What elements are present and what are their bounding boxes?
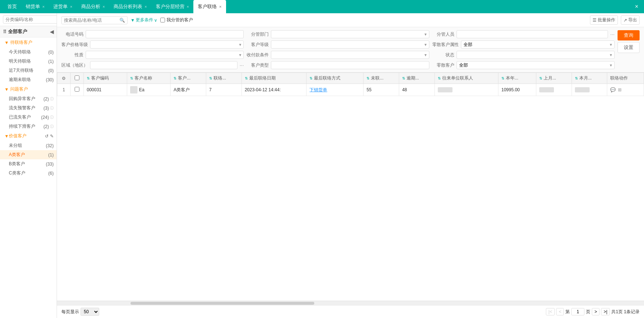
edit-icon[interactable]: ✎: [50, 134, 54, 139]
prev-page-btn[interactable]: <: [556, 308, 564, 315]
nav-sales-order[interactable]: 销货单 ×: [21, 0, 49, 13]
row-overdue: 48: [399, 84, 434, 96]
sidebar-item-churned[interactable]: 已流失客户 (24) ⓘ: [0, 113, 57, 122]
horizontal-scrollbar[interactable]: [57, 301, 644, 305]
sidebar-search-input[interactable]: [3, 15, 57, 24]
col-name: ⇅客户名称: [127, 73, 171, 84]
region-dots-icon[interactable]: ···: [240, 62, 244, 68]
nav-customer-stratified[interactable]: 客户分层经营 ×: [151, 0, 193, 13]
sidebar-group-pending[interactable]: ▼ 待联络客户: [0, 38, 57, 47]
main-search-input[interactable]: [64, 18, 119, 23]
phone-input[interactable]: [86, 30, 244, 38]
arrow-down-icon3: ▼: [4, 134, 9, 139]
scrollbar-thumb[interactable]: [130, 302, 314, 305]
row-last-month: [536, 84, 572, 96]
batch-icon: ☰: [593, 18, 597, 23]
last-method-link[interactable]: 下销货单: [310, 87, 327, 92]
nature-select[interactable]: [86, 51, 244, 59]
next-page-btn[interactable]: >: [592, 308, 600, 315]
sidebar-item-7days-pending[interactable]: 近7天待联络 (0): [0, 66, 57, 75]
nav-product-analysis[interactable]: 商品分析 ×: [77, 0, 109, 13]
nav-purchase-order-close[interactable]: ×: [70, 4, 72, 9]
sidebar-item-class-b[interactable]: B类客户 (33): [0, 159, 57, 169]
person-input[interactable]: [457, 30, 608, 38]
row-no-contact: 55: [364, 84, 399, 96]
settings-button[interactable]: 设置: [618, 42, 640, 53]
row-checkbox[interactable]: [71, 84, 84, 96]
collapse-icon[interactable]: ◀: [50, 29, 54, 35]
sidebar-item-class-a[interactable]: A类客户 (1): [0, 150, 57, 159]
sidebar-item-churn-warning[interactable]: 流失预警客户 (3) ⓘ: [0, 103, 57, 113]
nav-customer-stratified-close[interactable]: ×: [187, 4, 189, 9]
more-filters-btn[interactable]: ▼ 更多条件 ∨: [130, 17, 157, 23]
person-dots-icon[interactable]: ···: [610, 31, 615, 37]
query-button[interactable]: 查询: [618, 30, 640, 40]
sidebar-group-problem[interactable]: ▼ 问题客户: [0, 84, 57, 94]
arrow-down-icon2: ▼: [4, 87, 9, 92]
filter-nature: 性质 ▼: [61, 51, 244, 59]
nav-product-analysis-list-close[interactable]: ×: [144, 4, 147, 9]
row-last-method: 下销货单: [307, 84, 364, 96]
nav-purchase-order[interactable]: 进货单 ×: [49, 0, 76, 13]
row-code: 000031: [84, 84, 127, 96]
my-customers-check[interactable]: [160, 18, 165, 22]
sidebar-item-repurchase-abnormal[interactable]: 回购异常客户 (2) ⓘ: [0, 94, 57, 103]
dots-icon: ⠿: [3, 29, 7, 35]
nav-product-analysis-close[interactable]: ×: [103, 4, 105, 9]
col-level: ⇅客户...: [171, 73, 206, 84]
filter-bar: 🔍 ▼ 更多条件 ∨ 我分管的客户 ☰ 批量操作 ↗ 导出: [57, 13, 644, 27]
table-settings-col[interactable]: ⚙: [57, 73, 71, 84]
customer-level-select[interactable]: [271, 40, 429, 49]
window-close-button[interactable]: ×: [632, 2, 641, 11]
search-icon-main[interactable]: 🔍: [119, 18, 125, 23]
refresh-icon[interactable]: ↺: [45, 134, 49, 139]
nav-home[interactable]: 首页: [3, 0, 21, 13]
per-page-section: 每页显示 50 100 200: [61, 308, 99, 316]
row-select-checkbox[interactable]: [75, 87, 79, 92]
chevron-down-icon: ∨: [154, 18, 157, 23]
sidebar: 🔍 ⠿ 全部客户 ◀ ▼ 待联络客户 今天待联络 (0) 明天待联络 (1) 近…: [0, 13, 57, 318]
customer-table: ⚙ ⇅客户编码 ⇅客户名称 ⇅客户... ⇅联络... ⇅最后联络日期 ⇅最后联…: [57, 73, 644, 96]
search-input-wrap: 🔍: [61, 16, 128, 24]
nav-sales-order-close[interactable]: ×: [42, 4, 44, 9]
sidebar-search-area: 🔍: [0, 13, 57, 26]
filter-row-3: 性质 ▼ 收付款条件 ▼: [61, 51, 615, 59]
my-customers-checkbox[interactable]: 我分管的客户: [160, 17, 193, 23]
retail-customer-select[interactable]: 全部: [457, 61, 615, 69]
export-button[interactable]: ↗ 导出: [621, 15, 640, 25]
more-icon[interactable]: ⊞: [618, 87, 622, 92]
status-select[interactable]: [457, 51, 615, 59]
filter-status: 状态 ▼: [432, 51, 615, 59]
nav-product-analysis-list[interactable]: 商品分析列表 ×: [109, 0, 151, 13]
filter-customer-type: 客户类型: [247, 61, 429, 69]
region-input[interactable]: [90, 61, 237, 69]
batch-op-button[interactable]: ☰ 批量操作: [590, 15, 618, 25]
sidebar-item-overdue-contact[interactable]: 逾期未联络 (30): [0, 75, 57, 84]
row-this-month: [572, 84, 607, 96]
customer-type-input[interactable]: [271, 61, 429, 69]
payment-select[interactable]: [271, 51, 429, 59]
sidebar-all-customers[interactable]: ⠿ 全部客户 ◀: [0, 26, 57, 38]
sidebar-item-declining[interactable]: 持续下滑客户 (2) ⓘ: [0, 122, 57, 131]
select-all-checkbox[interactable]: [75, 75, 79, 80]
chat-icon[interactable]: 💬: [610, 87, 616, 92]
row-last-date: 2023-04-12 14:44:: [242, 84, 307, 96]
first-page-btn[interactable]: |<: [546, 308, 555, 315]
nav-customer-contact[interactable]: 客户联络 ×: [193, 0, 226, 13]
retail-attr-select[interactable]: 全部: [461, 40, 615, 49]
price-level-select[interactable]: [90, 40, 244, 49]
top-nav: 首页 销货单 × 进货单 × 商品分析 × 商品分析列表 × 客户分层经营 × …: [0, 0, 644, 13]
sidebar-item-class-c[interactable]: C类客户 (6): [0, 169, 57, 178]
info-icon2: ⓘ: [50, 106, 54, 111]
col-contact-count: ⇅联络...: [206, 73, 242, 84]
sidebar-group-value[interactable]: ▼ 价值客户 ↺ ✎: [0, 131, 57, 141]
sidebar-item-unclassified[interactable]: 未分组 (32): [0, 141, 57, 150]
col-code: ⇅客户编码: [84, 73, 127, 84]
dept-select[interactable]: [271, 30, 429, 38]
sidebar-item-today-pending[interactable]: 今天待联络 (0): [0, 47, 57, 57]
nav-customer-contact-close[interactable]: ×: [219, 4, 221, 9]
last-page-btn[interactable]: >|: [601, 308, 610, 315]
sidebar-item-tomorrow-pending[interactable]: 明天待联络 (1): [0, 57, 57, 66]
page-number-input[interactable]: [571, 308, 584, 315]
per-page-select[interactable]: 50 100 200: [80, 308, 99, 316]
